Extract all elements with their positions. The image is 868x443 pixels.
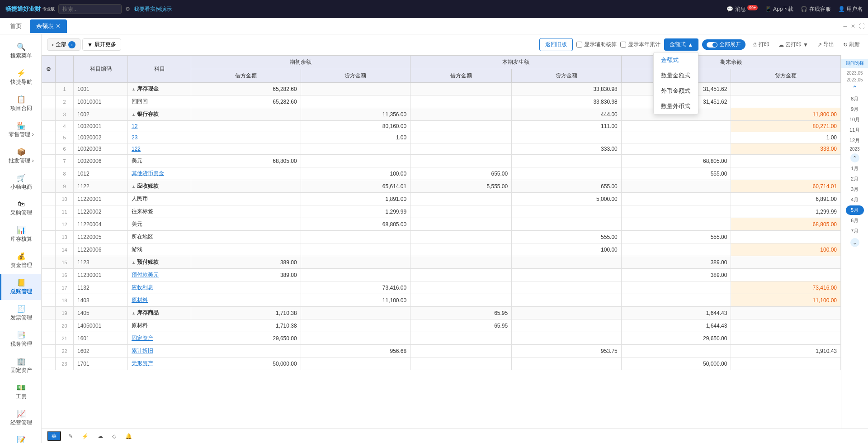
collapse-icon[interactable]: ▲ [132, 260, 136, 265]
sidebar-item-ecommerce[interactable]: 🛒 小畅电商 [0, 169, 41, 195]
collapse-icon[interactable]: ▲ [132, 311, 136, 315]
print-btn[interactable]: 🖨 打印 [749, 39, 772, 50]
bell-icon[interactable]: 🔔 [123, 432, 134, 440]
format-option-foreign-amount[interactable]: 外币金额式 [654, 83, 698, 99]
account-link[interactable]: 应收利息 [132, 284, 153, 291]
sidebar-item-tax[interactable]: 📑 税务管理 [0, 326, 41, 352]
date-month-8[interactable]: 8月 [846, 94, 864, 104]
account-code: 1403 [74, 294, 128, 307]
sidebar-item-wholesale[interactable]: 📦 批发管理 › [0, 143, 41, 169]
show-auxiliary-input[interactable] [576, 42, 582, 48]
date-month-11[interactable]: 11月 [846, 125, 864, 135]
account-link[interactable]: 无形资产 [132, 360, 153, 367]
date-month-2[interactable]: 2月 [846, 174, 864, 184]
format-option-qty-amount[interactable]: 数量金额式 [654, 68, 698, 83]
refresh-btn[interactable]: ↻ 刷新 [840, 39, 863, 50]
account-name: 23 [128, 132, 191, 143]
window-minimize-icon[interactable]: ─ [843, 23, 847, 29]
account-link[interactable]: 预付款美元 [132, 272, 159, 278]
sidebar-item-assets[interactable]: 🏢 固定资产 [0, 352, 41, 379]
cloud-save-icon[interactable]: ☁ [96, 432, 105, 440]
amount-cell [301, 269, 410, 281]
collapse-icon[interactable]: ▲ [132, 87, 136, 91]
row-settings [42, 332, 56, 345]
export-btn[interactable]: ↗ 导出 [815, 39, 837, 50]
show-auxiliary-checkbox[interactable]: 显示辅助核算 [576, 41, 617, 48]
sidebar-item-quicknav[interactable]: ⚡ 快捷导航 [0, 64, 41, 91]
date-collapse-2023[interactable]: ⌃ [850, 153, 859, 162]
th-settings[interactable]: ⚙ [42, 56, 56, 83]
collapse-icon[interactable]: ▲ [132, 184, 136, 189]
date-expand-future[interactable]: ⌄ [850, 238, 859, 247]
account-link[interactable]: 23 [132, 134, 137, 141]
amount-cell: 655.00 [410, 167, 512, 180]
lightning-icon[interactable]: ⚡ [80, 432, 90, 440]
date-panel-title[interactable]: 期间选择 [841, 59, 868, 68]
show-yearly-input[interactable] [620, 42, 626, 48]
date-month-4[interactable]: 4月 [846, 195, 864, 205]
format-option-qty-foreign[interactable]: 数量外币式 [654, 99, 698, 114]
account-link[interactable]: 原材料 [132, 297, 148, 303]
show-yearly-checkbox[interactable]: 显示本年累计 [620, 41, 660, 48]
account-name: ▲ 银行存款 [128, 108, 191, 121]
amount-cell: 11,100.00 [301, 294, 410, 307]
account-link[interactable]: 其他货币资金 [132, 170, 164, 176]
top-search-input[interactable] [58, 4, 122, 14]
sidebar-item-expense[interactable]: 📝 小畅报销 [0, 431, 41, 443]
amount-cell: 1,299.99 [301, 205, 410, 218]
tab-close-icon[interactable]: ✕ [56, 23, 61, 29]
return-old-btn[interactable]: 返回旧版 [539, 38, 573, 51]
cloud-print-btn[interactable]: ☁ 云打印 ▼ [776, 39, 811, 50]
edit-icon[interactable]: ✎ [66, 432, 75, 440]
demo-link[interactable]: 我要看实例演示 [134, 5, 172, 13]
window-close-icon[interactable]: ✕ [851, 23, 855, 29]
date-month-7[interactable]: 7月 [846, 226, 864, 236]
date-month-5[interactable]: 5月 [846, 205, 864, 215]
date-nav-up[interactable]: ⌃ [851, 83, 859, 94]
format-btn[interactable]: 金额式 ▲ [664, 38, 698, 51]
account-link[interactable]: 累计折旧 [132, 348, 153, 354]
message-btn[interactable]: 💬 消息 99+ [726, 5, 758, 13]
collapse-icon[interactable]: ▲ [132, 112, 136, 117]
account-link[interactable]: 12 [132, 123, 137, 129]
sidebar-contract-label: 项目合同 [10, 105, 32, 111]
th-pd-debit: 借方金额 [410, 69, 512, 83]
date-month-9[interactable]: 9月 [846, 105, 864, 114]
sidebar-item-funds[interactable]: 💰 资金管理 [0, 248, 41, 274]
sidebar-item-contract[interactable]: 📋 项目合同 [0, 91, 41, 117]
date-month-12[interactable]: 12月 [846, 136, 864, 145]
sidebar-item-retail[interactable]: 🏪 零售管理 › [0, 117, 41, 143]
expand-more-btn[interactable]: ▼ 展开更多 [82, 38, 121, 51]
table-row: 11001▲ 库存现金65,282.6033,830.9831,451.62 [42, 83, 841, 95]
sidebar-item-purchase[interactable]: 🛍 采购管理 [0, 195, 41, 221]
account-code: 10010001 [74, 95, 128, 108]
breadcrumb-btn[interactable]: ‹ 全部 › [47, 38, 80, 51]
sidebar-item-inventory[interactable]: 📊 库存核算 [0, 221, 41, 248]
online-service-btn[interactable]: 🎧 在线客服 [801, 5, 830, 13]
app-edition: 专业版 [42, 6, 55, 12]
sidebar-item-salary[interactable]: 💵 工资 [0, 379, 41, 405]
tab-balance[interactable]: 余额表 ✕ [30, 19, 67, 33]
user-avatar[interactable]: 👤 用户名 [838, 5, 863, 13]
account-link[interactable]: 固定资产 [132, 335, 153, 341]
window-expand-icon[interactable]: ⛶ [859, 23, 864, 29]
date-month-6[interactable]: 6月 [846, 216, 864, 225]
sidebar-item-search[interactable]: 🔍 搜索菜单 [0, 38, 41, 64]
expand-all-toggle[interactable]: 全部展开 [702, 39, 745, 50]
date-month-3[interactable]: 3月 [846, 185, 864, 194]
format-option-amount[interactable]: 金额式 [654, 52, 698, 68]
amount-cell [301, 83, 410, 95]
date-year-2023: 2023 [849, 147, 859, 152]
tab-home[interactable]: 首页 [4, 19, 28, 33]
sidebar-item-ledger[interactable]: 📒 总账管理 [0, 274, 41, 300]
app-download-btn[interactable]: 📱 App下载 [765, 5, 793, 13]
amount-cell: 956.68 [301, 345, 410, 357]
date-month-1[interactable]: 1月 [846, 164, 864, 173]
account-link[interactable]: 122 [132, 146, 141, 152]
sidebar-item-management[interactable]: 📈 经营管理 [0, 405, 41, 431]
lang-btn[interactable]: 英 [47, 431, 61, 441]
date-month-10[interactable]: 10月 [846, 115, 864, 124]
sidebar-item-invoice[interactable]: 🧾 发票管理 [0, 300, 41, 326]
diamond-icon[interactable]: ◇ [110, 432, 118, 440]
settings-icon[interactable]: ⚙ [125, 6, 130, 12]
